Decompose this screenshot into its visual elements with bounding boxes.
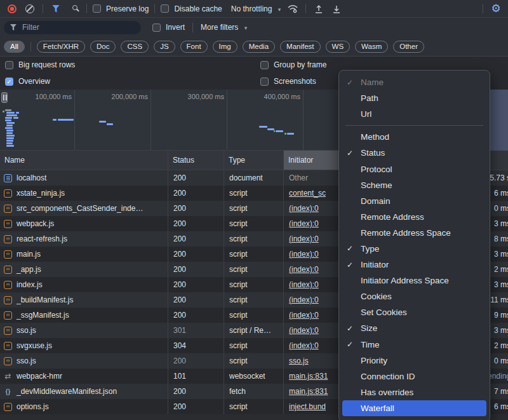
menu-item-protocol[interactable]: Protocol: [342, 161, 486, 177]
menu-item-size[interactable]: ✓ Size: [342, 320, 486, 336]
request-name: index.js: [17, 280, 43, 289]
timeline-gridline: [227, 90, 227, 150]
request-time: 5.73 s: [490, 173, 508, 182]
disable-cache-checkbox[interactable]: [161, 4, 169, 13]
resource-type-chip-media[interactable]: Media: [243, 41, 275, 53]
request-initiator[interactable]: sso.js: [289, 356, 309, 365]
menu-item-initiator-address-space[interactable]: Initiator Address Space: [342, 273, 486, 288]
check-icon: ✓: [347, 324, 353, 333]
settings-button[interactable]: ⚙: [489, 2, 503, 16]
request-name: xstate_ninja.js: [17, 189, 65, 198]
waterfall-bar: [6, 132, 13, 134]
menu-item-has-overrides[interactable]: Has overrides: [342, 384, 486, 400]
column-header-name[interactable]: Name: [0, 151, 168, 170]
column-header-type[interactable]: Type: [224, 151, 284, 170]
script-icon: [4, 250, 12, 259]
clear-button[interactable]: [23, 2, 37, 16]
timeline-tick-label: 100,000 ms: [2, 93, 72, 100]
request-initiator[interactable]: main.js:831: [289, 372, 328, 381]
network-toolbar: Preserve log Disable cache No throttling…: [0, 0, 508, 18]
request-initiator[interactable]: (index):0: [289, 234, 319, 243]
menu-item-status[interactable]: ✓ Status: [342, 145, 486, 161]
request-initiator[interactable]: (index):0: [289, 341, 319, 350]
menu-item-connection-id[interactable]: Connection ID: [342, 369, 486, 384]
overview-checkbox[interactable]: ✓: [5, 78, 13, 86]
request-initiator[interactable]: content_sc: [289, 189, 326, 198]
resource-type-chip-img[interactable]: Img: [213, 41, 237, 53]
request-initiator[interactable]: (index):0: [289, 326, 319, 335]
column-header-status[interactable]: Status: [168, 151, 224, 170]
waterfall-bar: [6, 145, 14, 147]
waterfall-bar: [6, 135, 15, 137]
filter-input-pill[interactable]: [4, 21, 141, 34]
resource-type-chip-other[interactable]: Other: [393, 41, 424, 53]
menu-item-type[interactable]: ✓ Type: [342, 241, 486, 257]
menu-item-cookies[interactable]: Cookies: [342, 288, 486, 304]
request-initiator[interactable]: (index):0: [289, 311, 319, 320]
request-initiator[interactable]: (index):0: [289, 250, 319, 259]
menu-item-remote-address-space[interactable]: Remote Address Space: [342, 225, 486, 241]
resource-type-chip-wasm[interactable]: Wasm: [355, 41, 388, 53]
resource-type-chip-css[interactable]: CSS: [121, 41, 149, 53]
group-by-frame-checkbox[interactable]: [260, 61, 269, 69]
resource-type-chip-manifest[interactable]: Manifest: [280, 41, 320, 53]
menu-item-method[interactable]: Method: [342, 129, 486, 145]
throttling-select[interactable]: No throttling ▾: [231, 4, 281, 13]
request-initiator[interactable]: inject.bund: [289, 402, 326, 411]
script-icon: [4, 281, 12, 289]
menu-item-url[interactable]: Url: [342, 106, 486, 122]
menu-item-domain[interactable]: Domain: [342, 193, 486, 209]
request-type: script: [229, 402, 248, 411]
menu-item-path[interactable]: Path: [342, 90, 486, 106]
menu-item-priority[interactable]: Priority: [342, 353, 486, 369]
request-status: 200: [173, 189, 186, 198]
search-icon: [72, 5, 77, 10]
screenshots-checkbox[interactable]: [260, 78, 269, 86]
column-options-context-menu: ✓ Name Path Url Method ✓ Status Protocol…: [338, 70, 490, 420]
waterfall-bar: [5, 117, 12, 119]
menu-item-initiator[interactable]: ✓ Initiator: [342, 257, 486, 273]
request-initiator[interactable]: (index):0: [289, 280, 319, 289]
option-row: Big request rows: [5, 57, 75, 73]
script-icon: [4, 266, 12, 274]
resource-type-chip-fetch-xhr[interactable]: Fetch/XHR: [37, 41, 85, 53]
websocket-icon: [4, 372, 12, 381]
menu-item-remote-address[interactable]: Remote Address: [342, 209, 486, 225]
preserve-log-checkbox[interactable]: [93, 4, 101, 13]
request-status: 200: [173, 356, 186, 365]
export-har-button[interactable]: [330, 2, 344, 16]
request-initiator[interactable]: (index):0: [289, 219, 319, 228]
request-time: 3 ms: [494, 280, 508, 289]
resource-type-chip-font[interactable]: Font: [180, 41, 208, 53]
request-type: script: [229, 295, 248, 304]
filter-toggle-button[interactable]: [49, 2, 63, 16]
request-name: options.js: [17, 402, 49, 411]
option-row: Screenshots: [260, 73, 316, 90]
resource-type-chip-js[interactable]: JS: [154, 41, 175, 53]
big-request-rows-checkbox[interactable]: [5, 61, 13, 69]
request-initiator[interactable]: main.js:831: [289, 387, 328, 396]
resource-type-chip-ws[interactable]: WS: [326, 41, 351, 53]
resource-type-chip-all[interactable]: All: [4, 41, 25, 53]
network-conditions-button[interactable]: [286, 2, 300, 16]
filter-input[interactable]: [21, 22, 135, 32]
request-initiator[interactable]: (index):0: [289, 295, 319, 304]
request-initiator[interactable]: (index):0: [289, 204, 319, 213]
record-button[interactable]: [5, 2, 19, 16]
menu-item-set-cookies[interactable]: Set Cookies: [342, 304, 486, 320]
divider: [483, 4, 483, 13]
clear-icon: [25, 4, 34, 13]
menu-item-name: ✓ Name: [342, 74, 486, 90]
request-initiator[interactable]: (index):0: [289, 265, 319, 274]
option-row: Group by frame: [260, 57, 326, 73]
waterfall-bar: [287, 133, 294, 135]
resource-type-chip-doc[interactable]: Doc: [90, 41, 116, 53]
menu-item-waterfall[interactable]: Waterfall: [342, 400, 486, 416]
divider: [154, 4, 155, 13]
search-button[interactable]: [67, 2, 81, 16]
menu-item-time[interactable]: ✓ Time: [342, 337, 486, 353]
menu-item-scheme[interactable]: Scheme: [342, 177, 486, 193]
invert-checkbox[interactable]: [152, 24, 161, 32]
import-har-button[interactable]: [312, 2, 326, 16]
more-filters-button[interactable]: More filters ▾: [201, 23, 247, 32]
